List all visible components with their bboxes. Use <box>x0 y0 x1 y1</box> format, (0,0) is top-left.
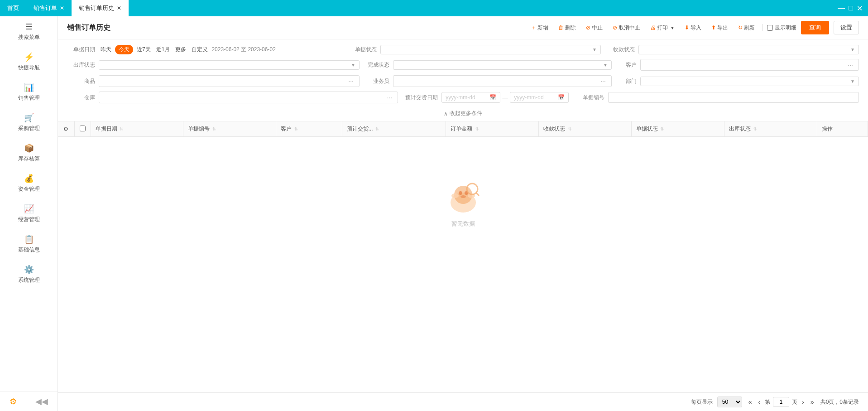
receipt-status-select[interactable]: ▼ <box>638 45 859 54</box>
col-delivery-sort[interactable]: ⇅ <box>375 126 379 131</box>
export-btn[interactable]: ⬆ 导出 <box>709 22 731 34</box>
page-size-select[interactable]: 50 10 20 100 <box>717 396 742 407</box>
tab-sales-order-history-close[interactable]: ✕ <box>117 5 121 11</box>
customer-input[interactable]: ··· <box>640 59 859 71</box>
sidebar-settings-icon[interactable]: ⚙ <box>10 396 17 406</box>
col-receipt-sort[interactable]: ⇅ <box>568 126 571 131</box>
col-check[interactable] <box>74 121 91 137</box>
salesman-label: 业务员 <box>366 77 393 85</box>
sidebar-item-sys-mgmt[interactable]: ⚙️ 系统管理 <box>0 259 58 290</box>
tab-sales-order-close[interactable]: ✕ <box>60 5 64 11</box>
sidebar-item-purchase-mgmt[interactable]: 🛒 采购管理 <box>0 107 58 138</box>
empty-text: 暂无数据 <box>451 220 475 228</box>
tab-home[interactable]: 首页 <box>0 0 26 16</box>
sidebar-item-operations[interactable]: 📈 经营管理 <box>0 198 58 229</box>
sidebar-item-search-menu[interactable]: ☰ 搜索菜单 <box>0 16 58 47</box>
new-btn[interactable]: ＋ 新增 <box>528 22 551 34</box>
footer: 每页显示 50 10 20 100 « ‹ 第 页 › » 共0页，0条记录 <box>58 392 868 411</box>
salesman-input[interactable]: ··· <box>393 75 612 87</box>
col-bill-status: 单据状态 ⇅ <box>632 121 724 137</box>
delivery-end-placeholder: yyyy-mm-dd <box>514 94 558 101</box>
sales-mgmt-icon: 📊 <box>24 82 34 92</box>
page-num-input[interactable] <box>773 397 789 407</box>
import-btn[interactable]: ⬇ 导入 <box>682 22 704 34</box>
total-text: 共0页，0条记录 <box>820 398 859 406</box>
sidebar-item-finance[interactable]: 💰 资金管理 <box>0 168 58 198</box>
col-outbound-sort[interactable]: ⇅ <box>753 126 757 131</box>
set-btn[interactable]: 设置 <box>834 21 859 34</box>
col-amount: 订单金额 ⇅ <box>446 121 539 137</box>
prev-page-btn[interactable]: ‹ <box>757 397 762 406</box>
page-unit: 页 <box>792 398 797 406</box>
warehouse-ellipsis[interactable]: ··· <box>385 94 394 101</box>
window-min-btn[interactable]: — <box>838 4 845 12</box>
tab-sales-order-history[interactable]: 销售订单历史 ✕ <box>72 0 129 16</box>
sidebar-collapse-icon[interactable]: ◀◀ <box>35 396 48 406</box>
col-outbound-label: 出库状态 <box>729 126 751 132</box>
col-outbound-status: 出库状态 ⇅ <box>724 121 817 137</box>
empty-state: 暂无数据 <box>58 137 868 264</box>
warehouse-input[interactable]: ··· <box>99 92 398 103</box>
col-order-no-sort[interactable]: ⇅ <box>212 126 216 131</box>
outbound-select[interactable]: ▼ <box>99 60 360 70</box>
today-btn[interactable]: 今天 <box>115 45 133 54</box>
refresh-btn[interactable]: ↻ 刷新 <box>735 22 758 34</box>
collapse-row[interactable]: ∧ 收起更多条件 <box>67 108 859 119</box>
col-date-sort[interactable]: ⇅ <box>120 126 123 131</box>
sidebar-item-inventory[interactable]: 📦 库存核算 <box>0 138 58 168</box>
cancel-stop-label: 取消中止 <box>619 24 640 32</box>
delivery-date-end[interactable]: yyyy-mm-dd 📅 <box>510 92 569 103</box>
query-btn[interactable]: 查询 <box>801 21 829 34</box>
filter-area: 单据日期 昨天 今天 近7天 近1月 更多 自定义 2023-06-02 至 2… <box>58 39 868 121</box>
date-range-text: 2023-06-02 至 2023-06-02 <box>211 46 275 53</box>
select-all-checkbox[interactable] <box>80 126 86 131</box>
dept-select[interactable]: ▼ <box>640 77 859 86</box>
col-amount-label: 订单金额 <box>451 126 472 132</box>
status-select[interactable]: ▼ <box>380 45 601 54</box>
col-customer-sort[interactable]: ⇅ <box>294 126 298 131</box>
show-detail-toggle[interactable]: 显示明细 <box>767 24 796 32</box>
sidebar-item-sales-mgmt[interactable]: 📊 销售管理 <box>0 77 58 107</box>
delete-btn[interactable]: 🗑 删除 <box>556 22 579 34</box>
last7-btn[interactable]: 近7天 <box>135 45 153 54</box>
window-close-btn[interactable]: ✕ <box>857 4 863 13</box>
complete-select[interactable]: ▼ <box>393 60 612 70</box>
show-detail-label: 显示明细 <box>775 24 796 32</box>
refresh-label: 刷新 <box>744 24 755 32</box>
base-info-icon: 📋 <box>24 234 34 244</box>
print-btn[interactable]: 🖨 打印 ▼ <box>647 22 677 34</box>
col-amount-sort[interactable]: ⇅ <box>475 126 479 131</box>
filter-row-3: 商品 ··· 业务员 ··· 部门 ▼ <box>67 75 859 87</box>
custom-btn[interactable]: 自定义 <box>190 45 210 54</box>
col-bill-sort[interactable]: ⇅ <box>660 126 664 131</box>
table-settings-icon[interactable]: ⚙ <box>63 126 68 132</box>
stop-btn[interactable]: ⊘ 中止 <box>583 22 605 34</box>
window-max-btn[interactable]: □ <box>849 4 853 12</box>
col-settings[interactable]: ⚙ <box>58 121 74 137</box>
date-control: 昨天 今天 近7天 近1月 更多 自定义 2023-06-02 至 2023-0… <box>99 45 353 54</box>
customer-ellipsis[interactable]: ··· <box>846 61 855 68</box>
show-detail-checkbox[interactable] <box>767 25 773 31</box>
sidebar-item-label: 资金管理 <box>18 185 40 193</box>
more-btn[interactable]: 更多 <box>173 45 188 54</box>
next-page-btn[interactable]: › <box>800 397 806 406</box>
goods-input[interactable]: ··· <box>99 75 360 87</box>
order-no-input[interactable] <box>608 92 859 103</box>
last-page-btn[interactable]: » <box>809 397 816 406</box>
sidebar-item-base-info[interactable]: 📋 基础信息 <box>0 229 58 259</box>
delivery-date-start[interactable]: yyyy-mm-dd 📅 <box>441 92 500 103</box>
cancel-stop-btn[interactable]: ⊘ 取消中止 <box>610 22 643 34</box>
delivery-label: 预计交货日期 <box>405 94 441 102</box>
yesterday-btn[interactable]: 昨天 <box>99 45 113 54</box>
last1m-btn[interactable]: 近1月 <box>154 45 172 54</box>
sidebar-item-quick-nav[interactable]: ⚡ 快捷导航 <box>0 47 58 77</box>
goods-ellipsis[interactable]: ··· <box>346 77 355 85</box>
first-page-btn[interactable]: « <box>747 397 754 406</box>
purchase-mgmt-icon: 🛒 <box>24 113 34 123</box>
col-receipt-status: 收款状态 ⇅ <box>539 121 632 137</box>
tab-sales-order[interactable]: 销售订单 ✕ <box>26 0 72 16</box>
print-icon: 🖨 <box>650 24 656 31</box>
salesman-ellipsis[interactable]: ··· <box>599 77 608 85</box>
inventory-icon: 📦 <box>24 143 34 153</box>
status-select-arrow: ▼ <box>592 47 597 52</box>
